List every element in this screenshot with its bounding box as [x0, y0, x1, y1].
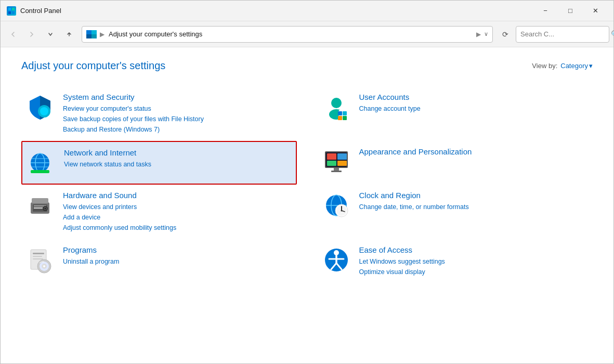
svg-point-46	[341, 210, 342, 212]
clock-region-icon	[322, 191, 351, 220]
svg-rect-25	[327, 153, 336, 160]
ease-access-link-1[interactable]: Let Windows suggest settings	[359, 256, 589, 267]
clock-region-content: Clock and Region Change date, time, or n…	[359, 191, 589, 212]
user-accounts-link-1[interactable]: Change account type	[359, 103, 589, 114]
svg-rect-29	[334, 168, 339, 171]
network-internet-title[interactable]: Network and Internet	[64, 148, 292, 157]
address-bar[interactable]: ▶ Adjust your computer's settings ▶ ∨	[82, 26, 493, 43]
page-title: Adjust your computer's settings	[21, 60, 165, 72]
hardware-link-1[interactable]: View devices and printers	[63, 202, 293, 212]
view-by-dropdown[interactable]: Category ▾	[560, 62, 593, 70]
svg-rect-13	[338, 111, 342, 115]
svg-point-54	[43, 265, 45, 267]
system-security-icon	[25, 93, 55, 122]
network-internet-link-1[interactable]: View network status and tasks	[64, 159, 292, 170]
svg-point-9	[40, 107, 48, 115]
svg-rect-35	[32, 198, 48, 203]
category-programs[interactable]: Programs Uninstall a program	[21, 239, 297, 283]
system-security-title[interactable]: System and Security	[63, 93, 293, 101]
content-header: Adjust your computer's settings View by:…	[21, 60, 593, 72]
app-icon	[7, 6, 16, 16]
category-appearance[interactable]: Appearance and Personalization	[318, 141, 593, 185]
system-security-content: System and Security Review your computer…	[63, 93, 293, 135]
forward-button[interactable]	[23, 26, 40, 43]
system-security-link-2[interactable]: Save backup copies of your files with Fi…	[63, 114, 293, 124]
appearance-icon	[322, 147, 351, 176]
minimize-button[interactable]: −	[533, 3, 557, 19]
svg-point-38	[45, 208, 46, 210]
maximize-button[interactable]: □	[558, 3, 582, 19]
navigation-bar: ▶ Adjust your computer's settings ▶ ∨ ⟳ …	[1, 21, 613, 47]
category-hardware-sound[interactable]: Hardware and Sound View devices and prin…	[21, 185, 297, 239]
title-bar: Control Panel − □ ✕	[1, 1, 613, 21]
search-box[interactable]: 🔍	[516, 26, 609, 43]
svg-rect-14	[343, 111, 347, 115]
view-by: View by: Category ▾	[532, 62, 593, 70]
system-security-link-3[interactable]: Backup and Restore (Windows 7)	[63, 124, 293, 135]
svg-rect-15	[338, 116, 342, 120]
categories-grid: System and Security Review your computer…	[21, 86, 593, 283]
search-icon: 🔍	[611, 30, 614, 38]
content-area: Adjust your computer's settings View by:…	[1, 47, 613, 363]
hardware-link-3[interactable]: Adjust commonly used mobility settings	[63, 223, 293, 233]
svg-rect-3	[12, 11, 15, 14]
view-by-label: View by:	[532, 62, 557, 70]
ease-access-link-2[interactable]: Optimize visual display	[359, 267, 589, 277]
category-system-security[interactable]: System and Security Review your computer…	[21, 86, 297, 141]
user-accounts-content: User Accounts Change account type	[359, 93, 589, 114]
ease-access-icon	[322, 245, 351, 275]
hardware-link-2[interactable]: Add a device	[63, 212, 293, 223]
programs-icon	[25, 245, 55, 275]
close-button[interactable]: ✕	[583, 3, 607, 19]
view-by-value-text: Category	[560, 62, 588, 70]
svg-rect-27	[327, 161, 336, 166]
programs-title[interactable]: Programs	[63, 245, 293, 254]
svg-rect-5	[92, 30, 97, 34]
hardware-sound-title[interactable]: Hardware and Sound	[63, 191, 293, 200]
programs-link-1[interactable]: Uninstall a program	[63, 256, 293, 267]
view-by-chevron-icon: ▾	[589, 62, 593, 70]
window: Control Panel − □ ✕	[0, 0, 614, 364]
refresh-button[interactable]: ⟳	[497, 26, 514, 43]
svg-rect-4	[86, 30, 92, 34]
category-ease-access[interactable]: Ease of Access Let Windows suggest setti…	[318, 239, 593, 283]
svg-rect-7	[92, 34, 97, 38]
search-input[interactable]	[520, 30, 608, 38]
up-button[interactable]	[61, 26, 77, 43]
appearance-content: Appearance and Personalization	[359, 147, 589, 158]
window-title: Control Panel	[20, 7, 533, 15]
user-accounts-title[interactable]: User Accounts	[359, 93, 589, 101]
svg-rect-6	[86, 34, 92, 38]
hardware-sound-icon	[25, 191, 55, 220]
system-security-link-1[interactable]: Review your computer's status	[63, 103, 293, 114]
hardware-sound-content: Hardware and Sound View devices and prin…	[63, 191, 293, 233]
window-controls: − □ ✕	[533, 3, 607, 19]
ease-access-content: Ease of Access Let Windows suggest setti…	[359, 245, 589, 277]
svg-rect-22	[31, 170, 49, 173]
network-internet-content: Network and Internet View network status…	[64, 148, 292, 170]
user-accounts-icon	[322, 93, 351, 122]
address-icon	[86, 30, 97, 38]
svg-point-10	[331, 98, 342, 108]
dropdown-button[interactable]	[42, 26, 59, 43]
svg-rect-1	[12, 8, 15, 10]
category-clock-region[interactable]: Clock and Region Change date, time, or n…	[318, 185, 593, 239]
back-button[interactable]	[5, 26, 21, 43]
svg-rect-0	[8, 8, 11, 10]
ease-access-title[interactable]: Ease of Access	[359, 245, 589, 254]
appearance-title[interactable]: Appearance and Personalization	[359, 147, 589, 156]
network-internet-icon	[27, 148, 56, 177]
address-text: Adjust your computer's settings	[109, 30, 472, 38]
svg-rect-26	[337, 153, 347, 160]
svg-rect-28	[337, 161, 347, 166]
svg-rect-30	[331, 171, 342, 172]
clock-region-title[interactable]: Clock and Region	[359, 191, 589, 200]
svg-rect-2	[8, 11, 11, 14]
svg-rect-49	[33, 256, 42, 257]
address-chevron: ∨	[484, 31, 488, 37]
category-user-accounts[interactable]: User Accounts Change account type	[318, 86, 593, 141]
svg-rect-16	[343, 116, 347, 120]
svg-rect-50	[33, 258, 43, 259]
category-network-internet[interactable]: Network and Internet View network status…	[21, 141, 297, 185]
clock-region-link-1[interactable]: Change date, time, or number formats	[359, 202, 589, 212]
